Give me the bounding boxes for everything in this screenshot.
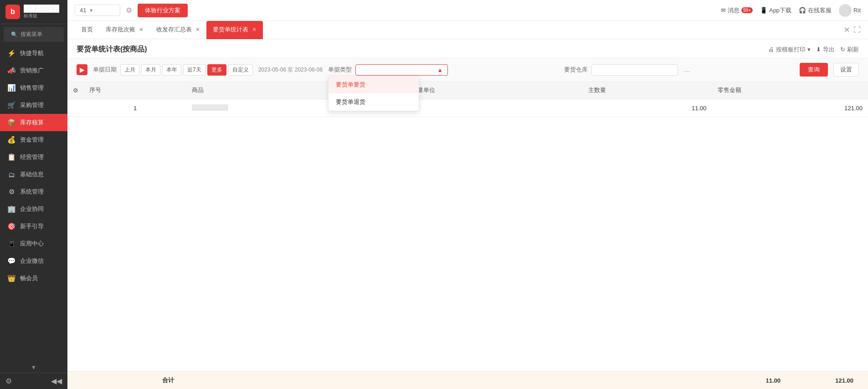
tab-inventory-batch[interactable]: 库存批次账 ✕	[99, 21, 150, 39]
sidebar-search[interactable]: 🔍 搜索菜单	[4, 27, 64, 42]
table-cell-num: 1	[84, 99, 186, 117]
brand-sub: 标准版	[24, 13, 59, 19]
tab-order-summary-close[interactable]: ✕	[252, 26, 257, 33]
enterprise-icon: 🏢	[7, 205, 15, 213]
sidebar-item-label: 畅会员	[20, 274, 38, 282]
filter-settings-button[interactable]: 设置	[833, 63, 859, 77]
user-menu[interactable]: Rit	[839, 4, 861, 17]
message-badge: 99+	[741, 7, 753, 13]
table-col-gear[interactable]: ⚙	[67, 82, 84, 99]
sidebar-item-label: 企业协同	[20, 205, 44, 213]
type-dropdown: 要货单要货 要货单退货	[328, 76, 419, 111]
main-area: 41 ▾ ⚙ 体验行业方案 ✉ 消息 99+ 📱 App下载 🎧 在线客服 R	[67, 0, 868, 389]
tabbar-close-icon[interactable]: ✕	[844, 26, 850, 34]
message-label: 消息	[728, 6, 740, 15]
refresh-label: 刷新	[847, 46, 859, 54]
sidebar-item-marketing[interactable]: 📣 营销推广	[0, 62, 67, 79]
app-download-button[interactable]: 📱 App下载	[760, 6, 791, 15]
collapse-sidebar-icon[interactable]: ◀◀	[51, 377, 62, 385]
dropdown-item-order-return[interactable]: 要货单退货	[329, 93, 419, 111]
dropdown-item-order-goods[interactable]: 要货单要货	[329, 76, 419, 93]
table-cell-gear	[67, 99, 84, 117]
sidebar-item-label: 资金管理	[20, 136, 44, 144]
date-btn-this-year[interactable]: 本年	[162, 64, 181, 76]
warehouse-filter-section: 要货仓库 …	[564, 64, 794, 76]
sidebar: b 畅捷通好生意 标准版 🔍 搜索菜单 ⚡ 快捷导航 📣 营销推广 📊 销售管理…	[0, 0, 67, 389]
table-container: ⚙ 序号 商品 主计量单位 主数量 零售金额 1	[67, 82, 868, 371]
sidebar-item-system[interactable]: ⚙ 系统管理	[0, 183, 67, 200]
tab-collect-summary-close[interactable]: ✕	[195, 26, 200, 33]
sidebar-item-quick-nav[interactable]: ⚡ 快捷导航	[0, 45, 67, 62]
sidebar-item-label: 经营管理	[20, 153, 44, 161]
apps-icon: 📱	[7, 240, 15, 248]
export-button[interactable]: ⬇ 导出	[816, 46, 835, 54]
filter-more-icon[interactable]: …	[682, 66, 693, 74]
sidebar-item-label: 库存核算	[20, 118, 44, 127]
sidebar-item-purchase[interactable]: 🛒 采购管理	[0, 97, 67, 114]
sidebar-item-sales[interactable]: 📊 销售管理	[0, 79, 67, 97]
filter-toggle-button[interactable]: ▶	[77, 64, 87, 75]
topbar-gear-icon[interactable]: ⚙	[126, 6, 132, 15]
sidebar-item-apps[interactable]: 📱 应用中心	[0, 235, 67, 252]
date-btn-this-month[interactable]: 本月	[141, 64, 160, 76]
tabbar-expand-icon[interactable]: ⛶	[853, 26, 861, 34]
sidebar-scroll-down[interactable]: ▼	[0, 362, 67, 373]
date-btn-last7[interactable]: 近7天	[183, 64, 205, 76]
online-service-button[interactable]: 🎧 在线客服	[799, 6, 832, 15]
sidebar-search-label: 搜索菜单	[21, 31, 42, 38]
app-download-label: App下载	[769, 6, 791, 15]
table-col-unit: 主计量单位	[400, 82, 583, 99]
table-col-amount: 零售金额	[712, 82, 868, 99]
brand-main: 畅捷通好生意	[24, 5, 59, 13]
refresh-button[interactable]: ↻ 刷新	[840, 46, 859, 54]
sidebar-item-finance[interactable]: 💰 资金管理	[0, 131, 67, 148]
date-btn-up-month[interactable]: 上月	[120, 64, 139, 76]
date-btn-more[interactable]: 更多	[207, 64, 226, 76]
table-col-qty: 主数量	[583, 82, 712, 99]
tab-home[interactable]: 首页	[75, 21, 99, 39]
refresh-icon: ↻	[840, 46, 845, 53]
tab-inventory-batch-close[interactable]: ✕	[139, 26, 144, 33]
query-button[interactable]: 查询	[800, 63, 828, 77]
table-cell-qty: 11.00	[583, 99, 712, 117]
tab-collect-summary[interactable]: 收发存汇总表 ✕	[150, 21, 206, 39]
print-button[interactable]: 🖨 按模板打印 ▾	[768, 46, 811, 54]
type-filter-input[interactable]	[360, 67, 437, 73]
sidebar-item-guide[interactable]: 🎯 新手引导	[0, 218, 67, 235]
table-header: ⚙ 序号 商品 主计量单位 主数量 零售金额	[67, 82, 868, 99]
company-selector-value: 41	[80, 7, 86, 14]
table-col-num: 序号	[84, 82, 186, 99]
message-button[interactable]: ✉ 消息 99+	[721, 6, 753, 15]
sidebar-item-operations[interactable]: 📋 经营管理	[0, 148, 67, 166]
sidebar-item-label: 应用中心	[20, 240, 44, 248]
online-service-label: 在线客服	[808, 6, 832, 15]
sidebar-item-member[interactable]: 👑 畅会员	[0, 270, 67, 287]
warehouse-filter-input[interactable]	[591, 64, 678, 76]
sidebar-item-label: 基础信息	[20, 170, 44, 179]
tab-collect-summary-label: 收发存汇总表	[156, 26, 192, 34]
type-filter-label: 单据类型	[328, 66, 352, 74]
tab-order-summary[interactable]: 要货单统计表 ✕	[206, 21, 263, 39]
topbar-left: 41 ▾ ⚙ 体验行业方案	[75, 4, 721, 17]
company-selector[interactable]: 41 ▾	[75, 5, 120, 16]
tab-home-label: 首页	[81, 26, 93, 34]
date-btn-custom[interactable]: 自定义	[228, 64, 253, 76]
settings-bottom-icon[interactable]: ⚙	[5, 377, 12, 385]
sidebar-item-label: 系统管理	[20, 188, 44, 196]
print-label: 按模板打印	[776, 46, 806, 54]
sidebar-item-enterprise[interactable]: 🏢 企业协同	[0, 200, 67, 218]
export-label: 导出	[823, 46, 835, 54]
sidebar-item-wechat[interactable]: 💬 企业微信	[0, 252, 67, 270]
sidebar-logo: b 畅捷通好生意 标准版	[0, 0, 67, 24]
inventory-icon: 📦	[7, 118, 15, 127]
date-range-text: 2023-05-06 至 2023-06-06	[258, 66, 323, 74]
sidebar-item-inventory[interactable]: 📦 库存核算	[0, 114, 67, 131]
phone-icon: 📱	[760, 7, 767, 14]
date-buttons: 上月 本月 本年 近7天 更多 自定义	[120, 64, 253, 76]
purchase-icon: 🛒	[7, 101, 15, 109]
trial-button[interactable]: 体验行业方案	[138, 4, 188, 17]
clear-type-icon[interactable]: ▲	[437, 67, 443, 73]
sales-icon: 📊	[7, 84, 15, 92]
footer-label: 合计	[117, 376, 208, 384]
sidebar-item-basic[interactable]: 🗂 基础信息	[0, 166, 67, 183]
